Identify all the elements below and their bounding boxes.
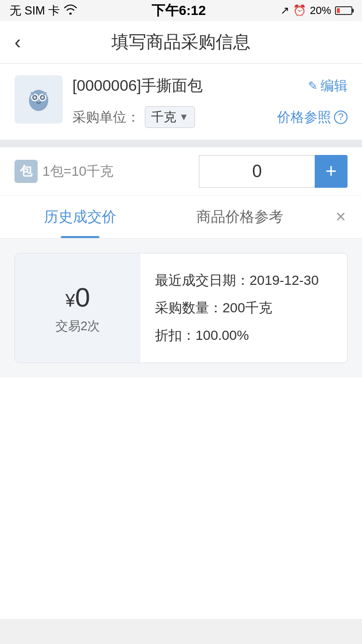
quantity-controls: + <box>199 155 348 188</box>
svg-point-5 <box>34 97 36 99</box>
bottom-empty-area <box>0 378 362 619</box>
carrier-text: 无 SIM 卡 <box>10 3 60 18</box>
tab-close-button[interactable]: × <box>320 196 362 238</box>
discount-value: 100.00% <box>195 328 249 343</box>
alarm-icon: ⏰ <box>293 4 306 17</box>
section-divider <box>0 140 362 147</box>
recent-date-row: 最近成交日期：2019-12-30 <box>155 271 333 290</box>
currency-symbol: ¥ <box>65 291 75 310</box>
quantity-unit-icon: 包 <box>14 160 38 183</box>
card-price-details: 最近成交日期：2019-12-30 采购数量：200千克 折扣：100.00% <box>140 253 347 363</box>
status-right: ↗ ⏰ 20% <box>280 4 352 17</box>
tab-active-indicator <box>61 236 99 238</box>
gps-icon: ↗ <box>280 4 289 17</box>
card-price-summary: ¥0 交易2次 <box>15 253 140 363</box>
edit-icon: ✎ <box>308 79 318 93</box>
product-info: [0000006]手撕面包 ✎ 编辑 采购单位： 千克 ▼ 价格参照 <box>72 75 348 128</box>
tab2-label: 商品价格参考 <box>196 207 283 227</box>
product-title: 手撕面包 <box>141 77 203 94</box>
product-name: [0000006]手撕面包 <box>72 75 203 97</box>
card-section: ¥0 交易2次 最近成交日期：2019-12-30 采购数量：200千克 折扣：… <box>0 238 362 378</box>
discount-label: 折扣： <box>155 328 195 343</box>
dropdown-chevron-icon: ▼ <box>179 112 189 123</box>
close-icon: × <box>335 207 346 227</box>
recent-date-value: 2019-12-30 <box>250 273 319 288</box>
svg-point-6 <box>42 97 44 99</box>
quantity-plus-button[interactable]: + <box>315 155 348 188</box>
quantity-detail-label: 采购数量： <box>155 300 223 315</box>
tab-history-price[interactable]: 历史成交价 <box>0 196 160 238</box>
quantity-unit-text: 包 <box>20 163 32 180</box>
unit-label: 采购单位： 千克 ▼ <box>72 106 195 128</box>
card-price-value: ¥0 <box>65 281 90 313</box>
unit-select-dropdown[interactable]: 千克 ▼ <box>145 106 195 128</box>
price-reference-button[interactable]: 价格参照 ? <box>277 108 348 126</box>
quantity-detail-value: 200千克 <box>223 300 272 315</box>
battery-icon <box>335 6 352 15</box>
help-icon: ? <box>334 111 348 124</box>
product-id: [0000006] <box>72 77 141 94</box>
product-unit-row: 采购单位： 千克 ▼ 价格参照 ? <box>72 106 348 128</box>
wifi-icon <box>64 4 77 17</box>
price-card: ¥0 交易2次 最近成交日期：2019-12-30 采购数量：200千克 折扣：… <box>14 253 348 363</box>
unit-label-text: 采购单位： <box>72 108 140 126</box>
recent-date-label: 最近成交日期： <box>155 273 250 288</box>
status-bar: 无 SIM 卡 下午6:12 ↗ ⏰ 20% <box>0 0 362 21</box>
purchase-quantity-row: 采购数量：200千克 <box>155 298 333 317</box>
product-section: [0000006]手撕面包 ✎ 编辑 采购单位： 千克 ▼ 价格参照 <box>0 64 362 140</box>
product-logo-icon <box>24 85 53 114</box>
product-row: [0000006]手撕面包 ✎ 编辑 采购单位： 千克 ▼ 价格参照 <box>14 75 348 128</box>
plus-icon: + <box>325 160 336 182</box>
page-title: 填写商品采购信息 <box>111 30 251 54</box>
product-name-row: [0000006]手撕面包 ✎ 编辑 <box>72 75 348 97</box>
tab1-label: 历史成交价 <box>44 207 116 227</box>
tab-header: 历史成交价 商品价格参考 × <box>0 196 362 238</box>
status-left: 无 SIM 卡 <box>10 3 77 18</box>
discount-row: 折扣：100.00% <box>155 326 333 345</box>
quantity-conversion-text: 1包=10千克 <box>42 162 113 181</box>
tab-section: 历史成交价 商品价格参考 × ¥0 交易2次 最近成交日期：2019-12-30 <box>0 196 362 378</box>
edit-button[interactable]: ✎ 编辑 <box>308 77 348 95</box>
battery-percent: 20% <box>310 4 331 17</box>
price-number: 0 <box>75 282 90 312</box>
quantity-input[interactable] <box>199 155 315 188</box>
card-trades-count: 交易2次 <box>56 318 100 335</box>
back-button[interactable]: ‹ <box>14 31 43 53</box>
status-time: 下午6:12 <box>152 1 206 20</box>
tab-product-price-ref[interactable]: 商品价格参考 <box>160 196 320 238</box>
nav-bar: ‹ 填写商品采购信息 <box>0 21 362 64</box>
edit-label: 编辑 <box>320 77 348 95</box>
unit-value: 千克 <box>151 109 176 126</box>
price-ref-label: 价格参照 <box>277 108 331 126</box>
product-thumbnail <box>14 75 63 124</box>
quantity-section: 包 1包=10千克 + <box>0 147 362 196</box>
quantity-label: 包 1包=10千克 <box>14 160 113 183</box>
